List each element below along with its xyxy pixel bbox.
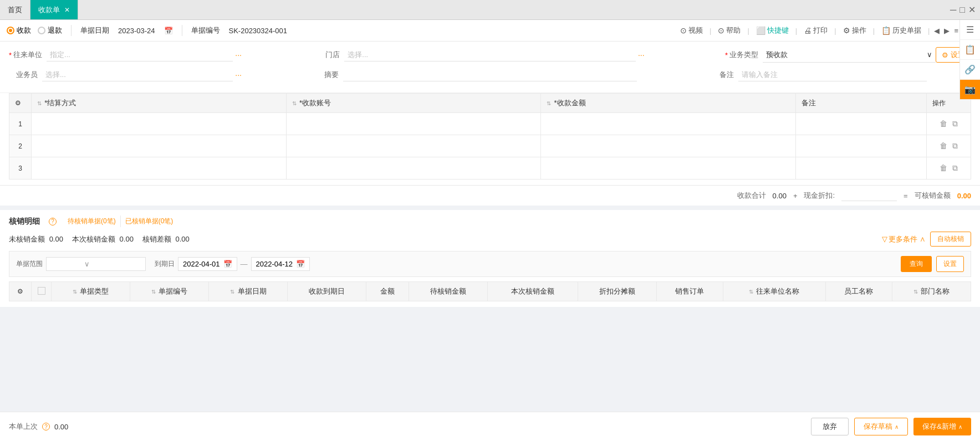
date-from-input[interactable]: 2022-04-01 📅	[178, 257, 237, 271]
recon-info-icon[interactable]: ?	[49, 218, 57, 225]
query-button[interactable]: 查询	[901, 256, 932, 272]
right-sidebar: ☰ 📋 🔗 📷	[959, 20, 980, 100]
account-cell-2[interactable]	[286, 135, 541, 157]
date-to-input[interactable]: 2022-04-12 📅	[251, 257, 310, 271]
nav-prev-icon[interactable]: ◀	[934, 27, 940, 35]
bill-date-value[interactable]: 2023-03-24	[118, 27, 155, 35]
date-from-value: 2022-04-01	[183, 260, 220, 268]
copy-icon-1[interactable]: ⧉	[952, 119, 958, 128]
sidebar-icon-document[interactable]: 📋	[960, 40, 980, 60]
print-btn[interactable]: 🖨 打印	[802, 24, 830, 37]
salesperson-input[interactable]	[42, 68, 233, 81]
nav-next-icon[interactable]: ▶	[944, 27, 950, 35]
col-sales-order-recon: 销售订单	[656, 282, 723, 301]
settlement-cell-2[interactable]	[32, 135, 287, 157]
range-select[interactable]: ∨	[46, 257, 146, 271]
notes-cell-1[interactable]	[795, 113, 926, 135]
row-num-3: 3	[9, 157, 32, 180]
filter-actions: 查询 设置	[901, 256, 964, 272]
counterparty-input[interactable]	[47, 48, 233, 61]
footer-this-time-label: 本单上次	[9, 422, 38, 432]
calendar-icon[interactable]: 📅	[164, 27, 173, 35]
business-type-label: 业务类型	[729, 50, 763, 60]
total-value: 0.00	[773, 192, 787, 200]
select-all-checkbox[interactable]	[38, 287, 45, 295]
col-checkbox-recon[interactable]	[32, 282, 52, 301]
save-draft-button[interactable]: 保存草稿 ∧	[854, 418, 908, 435]
ops-btn[interactable]: ⚙ 操作	[841, 24, 869, 37]
col-account: ⇅ *收款账号	[286, 94, 541, 113]
salesperson-label: 业务员	[9, 70, 42, 80]
tab-close-icon[interactable]: ✕	[64, 6, 70, 14]
col-counterparty-recon: ⇅ 往来单位名称	[723, 282, 825, 301]
auto-reconcile-btn[interactable]: 自动核销	[930, 232, 971, 247]
footer-info-icon[interactable]: ?	[42, 423, 50, 430]
discount-input[interactable]	[841, 190, 897, 201]
delete-icon-2[interactable]: 🗑	[940, 141, 947, 150]
radio-refund[interactable]: 退款	[38, 25, 62, 35]
copy-icon-2[interactable]: ⧉	[952, 141, 958, 150]
col-number-recon: ⇅ 单据编号	[130, 282, 209, 301]
minimize-icon[interactable]: ─	[950, 5, 956, 15]
col-settings[interactable]: ⚙	[9, 94, 32, 113]
more-conditions-btn[interactable]: ▽ 更多条件 ∧	[882, 234, 926, 244]
col-gear-recon[interactable]: ⚙	[9, 282, 32, 301]
bill-no-value[interactable]: SK-20230324-001	[229, 27, 288, 35]
col-notes: 备注	[795, 94, 926, 113]
help-btn[interactable]: ⊙ 帮助	[716, 24, 743, 37]
store-input[interactable]	[344, 48, 636, 61]
counterparty-more-icon[interactable]: ···	[235, 50, 242, 59]
summary-input[interactable]	[343, 68, 637, 81]
ops-icon: ⚙	[843, 26, 850, 35]
col-pending-recon: 待核销金额	[409, 282, 488, 301]
recon-right-actions: ▽ 更多条件 ∧ 自动核销	[882, 232, 971, 247]
tab-pending[interactable]: 待核销单据(0笔)	[63, 216, 120, 227]
maximize-icon[interactable]: □	[959, 5, 965, 15]
copy-icon-3[interactable]: ⧉	[952, 163, 958, 172]
payment-table: ⚙ ⇅ *结算方式 ⇅ *收款账号 ⇅ *收款金额 备注 操作	[9, 93, 971, 180]
form-row-1: * 往来单位 ··· 门店 ··· * 业务类型 预收款 ∨ ⚙ 设置	[9, 47, 971, 63]
col-due-date-recon: 收款到期日	[288, 282, 366, 301]
notes-cell-2[interactable]	[795, 135, 926, 157]
notes-input[interactable]	[738, 68, 927, 81]
sidebar-icon-link[interactable]: 🔗	[960, 60, 980, 80]
business-type-select[interactable]: 预收款 ∨	[763, 48, 936, 63]
recon-settings-btn[interactable]: 设置	[936, 256, 964, 272]
delete-icon-3[interactable]: 🗑	[940, 163, 947, 172]
chevron-down-icon: ∨	[927, 50, 932, 59]
settlement-cell-3[interactable]	[32, 157, 287, 180]
salesperson-more-icon[interactable]: ···	[235, 70, 242, 79]
summary-label: 摘要	[321, 70, 343, 80]
tab-collection[interactable]: 收款单 ✕	[30, 0, 78, 19]
amount-cell-2[interactable]	[541, 135, 796, 157]
sidebar-icon-camera[interactable]: 📷	[960, 80, 980, 100]
tab-bar: 首页 收款单 ✕ ─ □ ✕	[0, 0, 980, 20]
account-cell-1[interactable]	[286, 113, 541, 135]
radio-collection[interactable]: 收款	[7, 25, 31, 35]
equals-sign: =	[904, 192, 908, 200]
history-btn[interactable]: 📋 历史单据	[879, 24, 923, 37]
discard-button[interactable]: 放弃	[811, 418, 849, 435]
account-cell-3[interactable]	[286, 157, 541, 180]
video-btn[interactable]: ⊙ 视频	[678, 24, 705, 37]
close-icon[interactable]: ✕	[968, 4, 976, 15]
amount-cell-1[interactable]	[541, 113, 796, 135]
row-num-2: 2	[9, 135, 32, 157]
col-this-time-recon: 本次核销金额	[487, 282, 578, 301]
notes-field: 备注	[716, 68, 927, 81]
amount-cell-3[interactable]	[541, 157, 796, 180]
sidebar-icon-table[interactable]: ☰	[960, 20, 980, 40]
store-more-icon[interactable]: ···	[638, 50, 645, 59]
tab-home[interactable]: 首页	[0, 0, 30, 19]
shortcut-btn[interactable]: ⬜ 快捷键	[754, 24, 791, 37]
gear-icon: ⚙	[942, 51, 948, 59]
range-chevron-icon: ∨	[84, 260, 90, 268]
settlement-cell-1[interactable]	[32, 113, 287, 135]
delete-icon-1[interactable]: 🗑	[940, 119, 947, 128]
notes-cell-3[interactable]	[795, 157, 926, 180]
toolbar-right-actions: ⊙ 视频 | ⊙ 帮助 | ⬜ 快捷键 | 🖨 打印 | ⚙ 操作 | 📋 历史…	[678, 24, 973, 37]
nav-list-icon[interactable]: ≡	[954, 27, 958, 35]
save-new-button[interactable]: 保存&新增 ∧	[913, 418, 971, 435]
divider-2	[182, 25, 182, 36]
tab-done[interactable]: 已核销单据(0笔)	[120, 216, 178, 227]
